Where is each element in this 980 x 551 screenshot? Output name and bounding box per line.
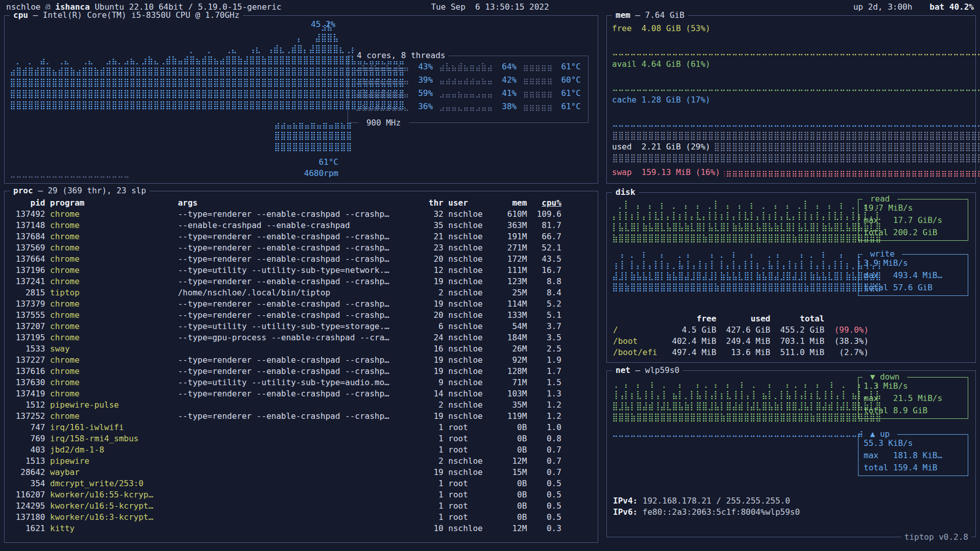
process-rows: 137492 chrome --type=renderer --enable-c… — [11, 209, 598, 534]
process-name: chrome — [50, 209, 173, 220]
filesystem-table-header: free used total — [613, 313, 970, 324]
process-args: --type=gpu-process --enable-crashpad --c… — [178, 332, 424, 343]
terminal[interactable]: nschloe @ ishanca Ubuntu 22.10 64bit / 5… — [0, 0, 980, 551]
col-used: used — [721, 313, 770, 324]
process-name: irq/161-iwlwifi — [50, 422, 173, 433]
process-args — [178, 467, 424, 478]
core1-temp-spark: ⣶⣶⣶⣶⣶ — [523, 61, 553, 72]
process-args: --type=renderer --enable-crashpad --cras… — [178, 298, 424, 310]
process-table: pid program args thr user mem cpu% 13749… — [5, 191, 598, 534]
process-pid: 2815 — [11, 287, 45, 298]
process-pid: 137569 — [11, 242, 45, 254]
net-download-graph: ⢀⠀⡄⠀⡄⠀⢰⠀⢀⠀⠀⡄⠀⠀⡄⢀⠀⡄⠀⡄⠀⢰⠀⢀⠀⠀⡄⠀⠀⡄⢀⠀⡄⠀⡄⠀⢰⠀⢀⠀… — [612, 378, 881, 423]
process-args: --type=renderer --enable-crashpad --cras… — [178, 276, 424, 287]
proc-panel-title: proc — 29 (369 thr), 23 slp — [10, 185, 150, 196]
core4-temp-spark: ⣶⣶⣶⣶⣶ — [523, 101, 553, 112]
process-name: chrome — [50, 254, 173, 265]
process-cpu: 1.9 — [532, 355, 561, 366]
process-row: 137684 chrome --type=renderer --enable-c… — [11, 231, 598, 242]
process-threads: 6 — [429, 321, 444, 332]
process-args: --type=renderer --enable-crashpad --cras… — [178, 366, 424, 377]
process-pid: 137664 — [11, 254, 45, 265]
process-row: 124295 kworker/u16:5-kcrypt… 1 root 0B 0… — [11, 500, 598, 512]
process-pid: 137196 — [11, 265, 45, 276]
process-pid: 137180 — [11, 512, 45, 523]
process-name: dmcrypt_write/253:0 — [50, 478, 173, 489]
mem-used-label: used 2.21 GiB (29%) — [612, 141, 715, 153]
process-mem: 271M — [498, 242, 527, 254]
mem-swap-row: ⣶⣶⣶⣶⣶⣶⣶⣶⣶⣶⣶⣶⣶⣶⣶⣶⣶⣶⣶⣶⣶⣶⣶⣶⣶⣶⣶⣶⣶⣶⣶⣶⣶⣶⣶⣶⣶⣶⣶⣶… — [612, 167, 970, 178]
col-pid: pid — [11, 197, 45, 209]
process-pid: 1621 — [11, 523, 45, 534]
process-mem: 0B — [498, 512, 527, 523]
process-row: 137664 chrome --type=renderer --enable-c… — [11, 254, 598, 265]
process-mem: 184M — [498, 332, 527, 343]
process-pid: 1512 — [11, 399, 45, 411]
core2-temp-spark: ⣶⣶⣶⣶⣶ — [523, 74, 553, 86]
process-mem: 111M — [498, 265, 527, 276]
cpu-temp-graph: ⣴⣴⣤⣦⣶⣤⣶⣤⣶⣤⣶⣦⣶ ⣿⣿⣿⣿⣿⣿⣿⣿⣿⣿⣿⣿⣿ ⣿⣿⣿⣿⣿⣿⣿⣿⣿⣿⣿⣿… — [274, 119, 352, 153]
fs-total: 511.0 MiB — [775, 347, 824, 358]
process-args — [178, 478, 424, 489]
process-pid: 137207 — [11, 321, 45, 332]
process-name: irq/158-rmi4_smbus — [50, 433, 173, 444]
fs-total: 455.2 GiB — [775, 324, 824, 336]
disk-panel-name: disk — [616, 187, 635, 197]
core2-load: 39% — [415, 74, 433, 86]
col-cpu-sort: cpu% — [532, 197, 561, 209]
fs-mount: /boot — [613, 336, 662, 347]
process-cpu: 1.5 — [532, 377, 561, 388]
disk-read-stats: read 19.7 MiB/s max 17.7 GiB/s total 200… — [858, 199, 968, 241]
core1-load-spark: ⣠⣦⣴⣦⣤⣦⣠⣦⣤ — [355, 61, 409, 72]
cpu-panel-name: cpu — [13, 10, 28, 20]
process-args — [178, 399, 424, 411]
process-row: 137196 chrome --type=utility --utility-s… — [11, 265, 598, 276]
process-threads: 35 — [429, 220, 444, 231]
process-args — [178, 512, 424, 523]
process-args — [178, 444, 424, 456]
process-cpu: 0.5 — [532, 512, 561, 523]
process-cpu: 43.5 — [532, 254, 561, 265]
process-user: nschloe — [448, 388, 493, 399]
process-pid: 124295 — [11, 500, 45, 512]
process-threads: 2 — [429, 287, 444, 298]
col-mount — [613, 313, 662, 324]
core4-load: 36% — [415, 101, 433, 112]
disk-panel-title: disk — [612, 187, 639, 198]
process-pid: 137195 — [11, 332, 45, 343]
disk-read-graph: ⠀⡀⡇⠀⡄⠀⡄⠀⡆⠀⡀⠀⡄⠀⡄⠀⡀⡇⠀⡄⠀⡄⠀⡆⠀⡀⠀⡄⠀⡄⠀⡀⡇⠀⡄⠀⡄⠀⡆⠀… — [612, 199, 881, 244]
process-cpu: 0.5 — [532, 489, 561, 500]
process-user: root — [448, 478, 493, 489]
mem-swap-label: swap 159.13 MiB (16%) — [612, 167, 724, 178]
process-user: root — [448, 433, 493, 444]
ipv6-line: IPv6: fe80::2a3:2063:5c1f:8004%wlp59s0 — [613, 507, 800, 518]
cpu-panel: cpu — Intel(R) Core(TM) i5-8350U CPU @ 1… — [4, 15, 598, 184]
process-mem: 12M — [498, 456, 527, 467]
core3-load-spark: ⣴⣷⣴⣦⣾⣦⣶⣴⣤ — [355, 88, 409, 99]
process-mem: 128M — [498, 366, 527, 377]
process-row: 1513 pipewire 2 nschloe 12M 0.7 — [11, 456, 598, 467]
disk-panel: disk ⠀⡀⡇⠀⡄⠀⡄⠀⡆⠀⡀⠀⡄⠀⡄⠀⡀⡇⠀⡄⠀⡄⠀⡆⠀⡀⠀⡄⠀⡄⠀⡀⡇⠀⡄… — [606, 192, 976, 363]
net-download-max: max 21.5 MiB/s — [864, 392, 963, 405]
process-args: --type=renderer --enable-crashpad --cras… — [178, 242, 424, 254]
process-name: kworker/u16:55-kcryp… — [50, 489, 173, 500]
process-threads: 9 — [429, 377, 444, 388]
process-cpu: 5.1 — [532, 310, 561, 321]
cores-box-title: 4 cores, 8 threads — [353, 50, 449, 61]
process-args: --type=renderer --enable-crashpad --cras… — [178, 411, 424, 422]
process-mem: 0B — [498, 444, 527, 456]
disk-write-max: max 493.4 MiB… — [864, 269, 963, 282]
process-args — [178, 500, 424, 512]
ipv4-label: IPv4: — [613, 496, 638, 506]
net-download-stats: ▼ down 1.3 MiB/s max 21.5 MiB/s total 8.… — [858, 377, 968, 419]
process-args: --type=renderer --enable-crashpad --cras… — [178, 310, 424, 321]
net-panel-title: net — wlp59s0 — [612, 365, 683, 376]
process-threads: 1 — [429, 489, 444, 500]
disk-write-graph: ⠀⢠⠀⡀⠀⡆⠀⠀⡄⠀⠀⡀⢠⠀⠀⠀⢠⠀⡀⠀⡆⠀⠀⡄⠀⠀⡀⢠⠀⠀⠀⢠⠀⡀⠀⡆⠀⠀⡄⠀… — [612, 248, 881, 293]
process-args — [178, 456, 424, 467]
process-user: nschloe — [448, 220, 493, 231]
process-name: chrome — [50, 377, 173, 388]
process-row: 354 dmcrypt_write/253:0 1 root 0B 0.5 — [11, 478, 598, 489]
process-args: --type=renderer --enable-crashpad --cras… — [178, 388, 424, 399]
mem-metrics: ⠀⠀⠀⠀⠀⠀⠀⠀⠀⠀⠀⠀⠀⠀⠀⠀⠀⠀⠀⠀⠀⠀⠀⠀⠀⠀⠀⠀⠀⠀⠀⠀⠀⠀⠀⠀⠀⠀⠀⠀… — [612, 23, 970, 180]
